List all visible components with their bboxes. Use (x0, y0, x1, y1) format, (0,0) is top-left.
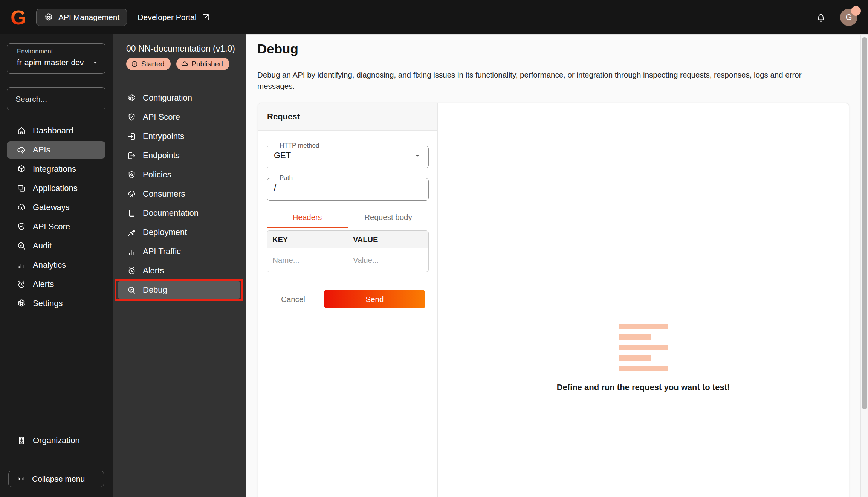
sidebar-divider (0, 459, 113, 459)
cube-icon (17, 164, 26, 174)
search-input[interactable] (15, 95, 118, 104)
skeleton-bar (619, 324, 668, 329)
sidebar-item-integrations[interactable]: Integrations (7, 160, 105, 178)
status-badge-started: Started (126, 58, 171, 70)
sidebar-item-audit[interactable]: Audit (7, 237, 105, 255)
caret-down-icon (92, 59, 99, 66)
scrollbar-track[interactable] (860, 35, 868, 497)
building-icon (17, 436, 26, 445)
main-content: Debug Debug an API by identifying, diagn… (246, 34, 868, 497)
sidebar-item-gateways[interactable]: Gateways (7, 199, 105, 216)
consumers-icon (127, 189, 136, 199)
sidebar-item-dashboard[interactable]: Dashboard (7, 122, 105, 139)
sidebar-item-api-score[interactable]: API Score (7, 218, 105, 235)
collapse-menu-button[interactable]: Collapse menu (8, 471, 104, 487)
empty-state: Define and run the request you want to t… (438, 324, 849, 392)
badge-label: Started (141, 60, 164, 68)
response-area: Define and run the request you want to t… (438, 103, 849, 497)
developer-portal-link[interactable]: Developer Portal (138, 13, 209, 22)
api-badges: Started Published (126, 58, 229, 70)
api-menu-item-label: Documentation (143, 208, 199, 218)
api-menu-item-api-score[interactable]: API Score (118, 108, 240, 126)
path-label: Path (280, 174, 293, 181)
gateway-cloud-icon (17, 203, 26, 212)
notifications-button[interactable] (815, 12, 827, 23)
rocket-icon (127, 228, 136, 237)
skeleton-bar (619, 345, 668, 350)
api-menu-item-label: API Traffic (143, 247, 181, 256)
play-circle-icon (131, 60, 138, 68)
api-menu-item-label: Alerts (143, 266, 164, 276)
request-form: HTTP method GET Path Headers Request bod… (258, 131, 437, 308)
api-menu-item-endpoints[interactable]: Endpoints (118, 147, 240, 164)
page-title: Debug (257, 41, 298, 56)
sidebar-item-alerts[interactable]: Alerts (7, 276, 105, 293)
chip-label: API Management (58, 13, 119, 22)
request-actions: Cancel Send (267, 290, 429, 308)
request-tabs: Headers Request body (267, 209, 429, 228)
topbar-right: G (815, 9, 857, 26)
api-menu-item-label: Policies (143, 170, 171, 180)
api-menu-item-policies[interactable]: Policies (118, 166, 240, 183)
tab-headers[interactable]: Headers (267, 209, 348, 228)
sidebar-item-settings[interactable]: Settings (7, 295, 105, 312)
debug-card: Request HTTP method GET Path (258, 103, 849, 497)
gear-icon (127, 93, 136, 103)
sidebar-item-applications[interactable]: Applications (7, 180, 105, 197)
gravitee-logo[interactable]: G (11, 7, 26, 27)
gear-icon (17, 299, 26, 308)
path-field: Path (267, 174, 429, 201)
sidebar-item-label: Alerts (33, 279, 54, 289)
api-menu-item-configuration[interactable]: Configuration (118, 89, 240, 107)
table-row (267, 248, 428, 272)
status-badge-published: Published (176, 58, 229, 70)
api-menu-item-deployment[interactable]: Deployment (118, 224, 240, 241)
shield-check-icon (127, 113, 136, 122)
api-title: 00 NN-documentation (v1.0) (126, 44, 235, 54)
http-method-value: GET (274, 151, 291, 160)
debug-search-icon (127, 285, 136, 295)
user-avatar[interactable]: G (840, 9, 857, 26)
header-name-input[interactable] (267, 256, 348, 265)
api-menu-item-documentation[interactable]: Documentation (118, 204, 240, 222)
headers-table-head: KEY VALUE (267, 231, 428, 248)
api-menu-item-entrypoints[interactable]: Entrypoints (118, 128, 240, 145)
endpoints-icon (127, 151, 136, 160)
header-value-input[interactable] (348, 256, 428, 265)
environment-selector[interactable]: Environment fr-apim-master-dev (7, 43, 105, 74)
api-menu-item-debug[interactable]: Debug (118, 281, 240, 299)
book-icon (127, 209, 136, 218)
api-menu-item-consumers[interactable]: Consumers (118, 185, 240, 203)
environment-label: Environment (17, 48, 99, 55)
sidebar-item-organization[interactable]: Organization (7, 432, 105, 449)
avatar-initial: G (845, 12, 852, 22)
collapse-label: Collapse menu (32, 474, 85, 483)
scrollbar-thumb[interactable] (862, 37, 867, 409)
api-management-chip[interactable]: API Management (36, 9, 127, 26)
tab-request-body[interactable]: Request body (348, 209, 429, 228)
path-input[interactable] (274, 183, 422, 193)
api-menu-item-label: Debug (143, 285, 167, 295)
portal-label: Developer Portal (138, 13, 196, 22)
api-menu-item-api-traffic[interactable]: API Traffic (118, 243, 240, 260)
shield-star-icon (127, 170, 136, 180)
cancel-button[interactable]: Cancel (267, 290, 319, 308)
sidebar-search (7, 87, 105, 110)
skeleton-bar (619, 334, 651, 340)
api-menu-items: Configuration API Score Entrypoints Endp… (118, 89, 240, 299)
api-menu-item-label: API Score (143, 112, 180, 122)
skeleton-bar (619, 355, 651, 361)
environment-value: fr-apim-master-dev (17, 58, 84, 67)
api-menu-item-alerts[interactable]: Alerts (118, 262, 240, 279)
http-method-select[interactable]: HTTP method GET (267, 142, 429, 168)
alarm-icon (127, 266, 136, 276)
send-button[interactable]: Send (324, 290, 425, 308)
request-panel: Request HTTP method GET Path (258, 103, 438, 497)
api-menu: 00 NN-documentation (v1.0) Started Publi… (113, 34, 246, 497)
caret-down-icon (413, 151, 422, 160)
sidebar-item-label: Applications (33, 183, 78, 193)
bar-chart-icon (17, 260, 26, 270)
sidebar-item-apis[interactable]: APIs (7, 141, 105, 159)
sidebar-item-label: Audit (33, 241, 52, 251)
sidebar-item-analytics[interactable]: Analytics (7, 256, 105, 274)
